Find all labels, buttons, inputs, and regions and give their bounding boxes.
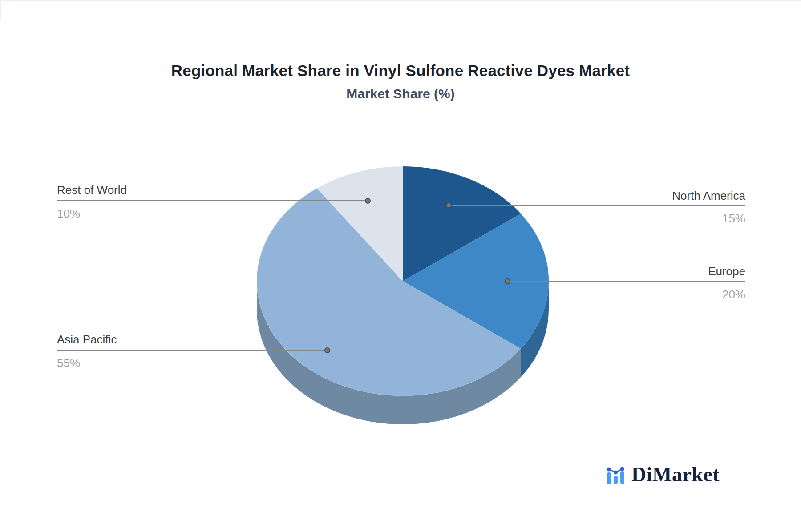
bar-line-chart-icon — [605, 464, 627, 485]
callout-dot-north-america — [446, 202, 452, 208]
callout-dot-europe — [505, 278, 510, 284]
brand-name: DiMarket — [631, 462, 720, 488]
chart-canvas: Regional Market Share in Vinyl Sulfone R… — [0, 0, 801, 532]
callout-dot-asia-pacific — [324, 347, 330, 353]
callout-dot-rest-of-world — [365, 198, 371, 204]
callout-value-rest-of-world: 10% — [57, 206, 244, 221]
callout-value-europe: 20% — [558, 287, 745, 302]
callout-label-europe: Europe — [558, 264, 745, 278]
callout-line-north-america — [449, 205, 745, 206]
callout-value-asia-pacific: 55% — [57, 356, 244, 370]
callout-line-asia-pacific — [57, 350, 328, 351]
callout-label-asia-pacific: Asia Pacific — [57, 332, 244, 347]
callout-label-north-america: North America — [558, 189, 745, 203]
callout-line-europe — [507, 281, 745, 282]
callout-line-rest-of-world — [57, 200, 368, 201]
brand-logo[interactable]: DiMarket — [605, 462, 720, 488]
callout-value-north-america: 15% — [558, 211, 745, 226]
callout-label-rest-of-world: Rest of World — [57, 183, 244, 197]
